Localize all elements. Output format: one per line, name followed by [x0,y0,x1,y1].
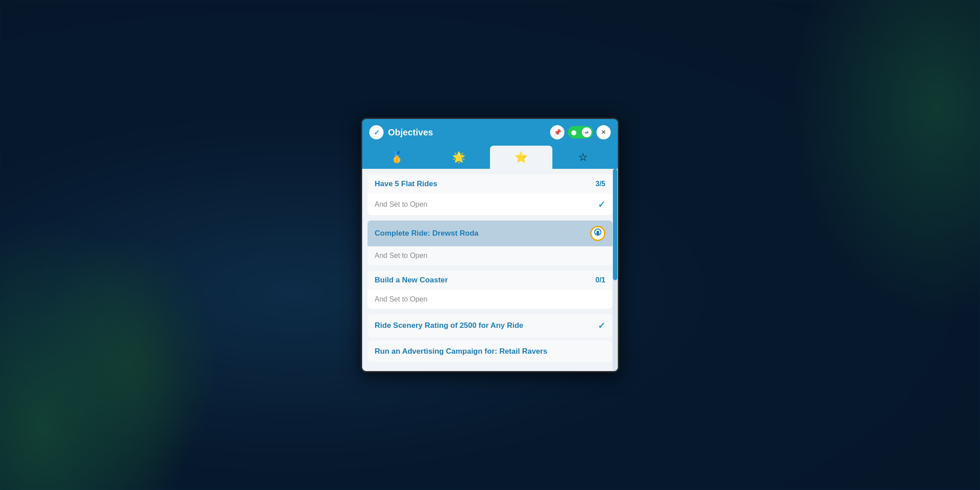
objective-main-row-1[interactable]: Have 5 Flat Rides 3/5 [368,174,612,194]
objectives-window: ✓ Objectives 📌 ⬤ ⇄ ⇄ × 🥇 🌟 ⭐ ☆ [361,118,619,372]
objective-main-row-3[interactable]: Build a New Coaster 0/1 [368,270,612,290]
objective-group-1: Have 5 Flat Rides 3/5 And Set to Open ✓ [368,174,612,219]
window-title: Objectives [388,127,546,138]
objective-check-4: ✓ [598,320,605,331]
objective-group-3: Build a New Coaster 0/1 And Set to Open [368,270,612,312]
objective-title-3: Build a New Coaster [375,276,592,285]
objectives-icon: ✓ [369,125,384,139]
objective-group-4[interactable]: Ride Scenery Rating of 2500 for Any Ride… [368,314,612,337]
objective-title-4: Ride Scenery Rating of 2500 for Any Ride [375,321,594,330]
tab-bronze-icon: 🥇 [390,151,404,163]
objective-title-1: Have 5 Flat Rides [375,180,592,188]
objective-sub-row-1: And Set to Open ✓ [368,194,612,215]
tab-silver[interactable]: 🌟 [428,146,490,169]
objective-sub-title-3: And Set to Open [375,295,427,303]
objective-main-row-2[interactable]: Complete Ride: Drewst Roda [368,220,612,246]
objectives-list: Have 5 Flat Rides 3/5 And Set to Open ✓ … [362,169,612,371]
toggle-switch[interactable]: ⬤ ⇄ ⇄ [568,126,593,139]
pin-button[interactable]: 📌 [550,125,564,139]
objective-group-5[interactable]: Run an Advertising Campaign for: Retail … [368,341,612,362]
objective-progress-3: 0/1 [596,276,605,284]
window-header: ✓ Objectives 📌 ⬤ ⇄ ⇄ × [362,119,618,146]
tabs-bar: 🥇 🌟 ⭐ ☆ [362,146,618,169]
close-button[interactable]: × [596,125,611,139]
objective-sub-check-1: ✓ [598,199,605,210]
tab-gold[interactable]: ⭐ [490,146,552,169]
scrollbar-thumb[interactable] [613,169,617,280]
objective-title-2: Complete Ride: Drewst Roda [375,229,587,238]
tab-empty[interactable]: ☆ [552,146,615,169]
objective-progress-1: 3/5 [596,180,605,188]
objective-title-5: Run an Advertising Campaign for: Retail … [375,347,605,356]
locate-button[interactable] [590,226,605,241]
content-area: Have 5 Flat Rides 3/5 And Set to Open ✓ … [362,169,618,371]
tab-silver-icon: 🌟 [452,151,466,163]
header-controls: 📌 ⬤ ⇄ ⇄ × [550,125,611,139]
locate-icon [594,229,602,238]
tab-gold-icon: ⭐ [514,151,528,163]
tab-bronze[interactable]: 🥇 [366,146,428,169]
toggle-left-icon: ⬤ [571,130,576,135]
background-trees-right [766,0,980,356]
background-trees-left [0,178,214,490]
objective-sub-row-3: And Set to Open [368,290,612,309]
scrollbar[interactable] [612,169,618,371]
objective-sub-row-2: And Set to Open [368,246,612,265]
objective-group-2: Complete Ride: Drewst Roda And Set to Op… [368,220,612,269]
toggle-knob: ⇄ [582,127,592,137]
objective-sub-title-2: And Set to Open [375,252,427,260]
tab-empty-icon: ☆ [578,151,588,163]
objective-sub-title-1: And Set to Open [375,200,427,208]
